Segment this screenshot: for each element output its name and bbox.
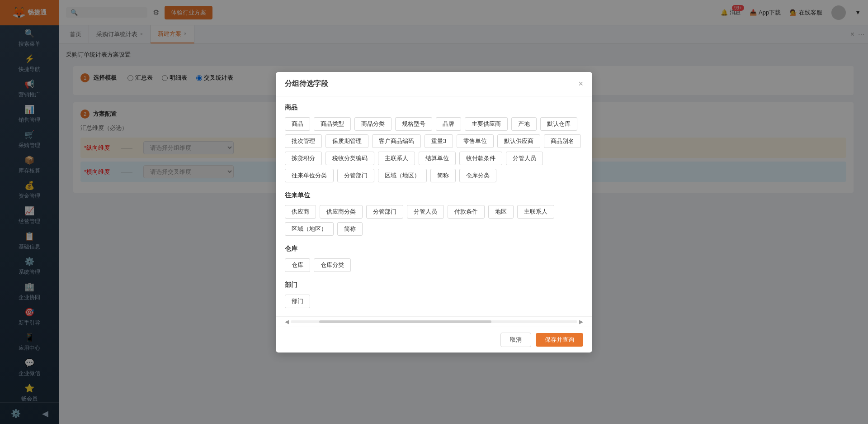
modal-footer: 取消 保存并查询 <box>276 327 592 353</box>
warehouse-field-tags: 仓库 仓库分类 <box>285 258 583 272</box>
field-tag-product-type[interactable]: 商品类型 <box>314 117 351 131</box>
field-tag-product-cat[interactable]: 商品分类 <box>354 117 392 131</box>
modal-scrollbar-area: ◀ ▶ <box>276 316 592 327</box>
horizontal-scrollbar[interactable] <box>291 320 577 323</box>
field-tag-supplier-cat[interactable]: 供应商分类 <box>320 205 363 219</box>
field-tag-region[interactable]: 地区 <box>488 205 514 219</box>
modal-dialog: 分组待选字段 × 商品 商品 商品类型 商品分类 规格型号 品牌 主要供应商 产… <box>276 72 592 353</box>
scroll-thumb <box>319 320 491 323</box>
warehouse-group-title: 仓库 <box>285 245 583 253</box>
field-tag-supplier[interactable]: 供应商 <box>285 205 316 219</box>
field-tag-short-name[interactable]: 简称 <box>430 169 456 182</box>
field-tag-main-contact[interactable]: 主联系人 <box>378 152 415 165</box>
scroll-right-arrow[interactable]: ▶ <box>579 319 583 325</box>
field-tag-tax-code[interactable]: 税收分类编码 <box>326 152 374 165</box>
field-tag-alias[interactable]: 商品别名 <box>544 134 581 148</box>
field-tag-manage-dept2[interactable]: 分管部门 <box>366 205 403 219</box>
field-tag-from-unit-cat[interactable]: 往来单位分类 <box>285 169 334 182</box>
field-tag-batch[interactable]: 批次管理 <box>285 134 322 148</box>
modal-close-button[interactable]: × <box>578 79 583 89</box>
field-group-dept: 部门 部门 <box>285 281 583 308</box>
field-tag-manager[interactable]: 分管人员 <box>506 152 543 165</box>
field-tag-main-contact2[interactable]: 主联系人 <box>517 205 554 219</box>
field-tag-def-supplier[interactable]: 默认供应商 <box>497 134 540 148</box>
modal-title: 分组待选字段 <box>285 79 328 89</box>
field-tag-warehouse[interactable]: 仓库 <box>285 258 310 272</box>
field-tag-customer-code[interactable]: 客户商品编码 <box>372 134 421 148</box>
modal-body: 商品 商品 商品类型 商品分类 规格型号 品牌 主要供应商 产地 默认仓库 批次… <box>276 96 592 316</box>
partner-field-tags: 供应商 供应商分类 分管部门 分管人员 付款条件 地区 主联系人 区域（地区） … <box>285 205 583 236</box>
field-tag-pick-pts[interactable]: 拣货积分 <box>285 152 322 165</box>
field-tag-weight[interactable]: 重量3 <box>425 134 453 148</box>
product-group-title: 商品 <box>285 104 583 112</box>
field-tag-spec[interactable]: 规格型号 <box>395 117 432 131</box>
field-tag-manage-person2[interactable]: 分管人员 <box>407 205 444 219</box>
field-tag-short-name2[interactable]: 简称 <box>337 222 363 236</box>
field-tag-settle-unit[interactable]: 结算单位 <box>419 152 456 165</box>
modal-save-button[interactable]: 保存并查询 <box>536 333 583 347</box>
field-tag-wh-cat[interactable]: 仓库分类 <box>459 169 496 182</box>
field-tag-origin[interactable]: 产地 <box>511 117 537 131</box>
field-tag-payment-cond[interactable]: 付款条件 <box>448 205 485 219</box>
field-group-partner: 往来单位 供应商 供应商分类 分管部门 分管人员 付款条件 地区 主联系人 区域… <box>285 191 583 236</box>
field-tag-default-wh[interactable]: 默认仓库 <box>540 117 577 131</box>
field-tag-manage-dept[interactable]: 分管部门 <box>337 169 374 182</box>
product-field-tags: 商品 商品类型 商品分类 规格型号 品牌 主要供应商 产地 默认仓库 批次管理 … <box>285 117 583 182</box>
field-group-warehouse: 仓库 仓库 仓库分类 <box>285 245 583 272</box>
dept-field-tags: 部门 <box>285 295 583 308</box>
field-tag-area[interactable]: 区域（地区） <box>378 169 427 182</box>
field-tag-wh-category[interactable]: 仓库分类 <box>314 258 351 272</box>
field-tag-area2[interactable]: 区域（地区） <box>285 222 334 236</box>
field-tag-main-supplier[interactable]: 主要供应商 <box>465 117 508 131</box>
field-tag-brand[interactable]: 品牌 <box>436 117 461 131</box>
field-tag-retail-unit[interactable]: 零售单位 <box>457 134 494 148</box>
field-group-product: 商品 商品 商品类型 商品分类 规格型号 品牌 主要供应商 产地 默认仓库 批次… <box>285 104 583 182</box>
field-tag-product[interactable]: 商品 <box>285 117 310 131</box>
modal-header: 分组待选字段 × <box>276 72 592 96</box>
scroll-left-arrow[interactable]: ◀ <box>285 319 289 325</box>
field-tag-payment-terms[interactable]: 收付款条件 <box>459 152 502 165</box>
field-tag-quality[interactable]: 保质期管理 <box>326 134 368 148</box>
dept-group-title: 部门 <box>285 281 583 289</box>
field-tag-dept[interactable]: 部门 <box>285 295 310 308</box>
partner-group-title: 往来单位 <box>285 191 583 200</box>
modal-cancel-button[interactable]: 取消 <box>500 333 531 347</box>
